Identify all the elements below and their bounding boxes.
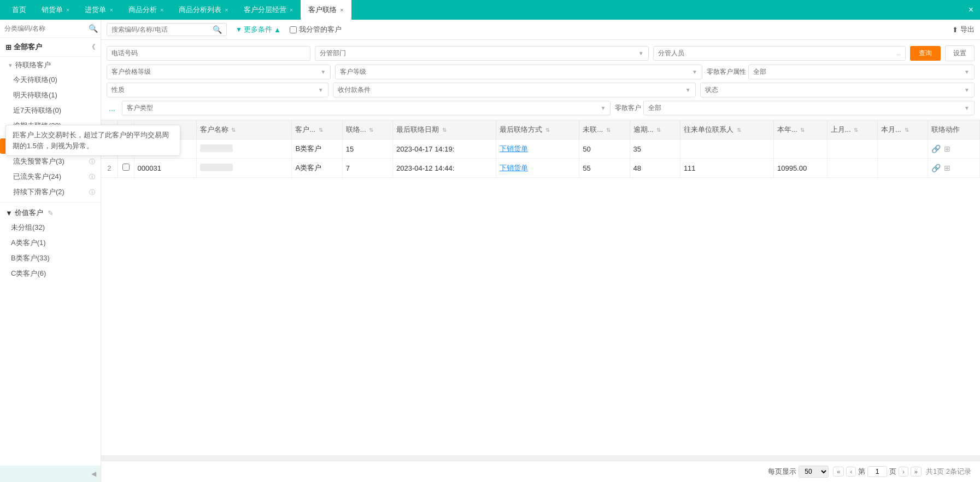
th-contacts-count[interactable]: 联络... ⇅	[342, 120, 392, 140]
sort-grade-icon: ⇅	[319, 127, 323, 133]
phone-field[interactable]: 电话号码	[107, 46, 310, 61]
dept-field[interactable]: 分管部门 ▼	[315, 46, 648, 61]
th-unlinked-days[interactable]: 未联... ⇅	[579, 120, 630, 140]
settings-button[interactable]: 设置	[945, 45, 975, 61]
row1-contact-person	[680, 140, 773, 159]
prev-page-btn[interactable]: ‹	[846, 467, 856, 477]
close-product-analysis-icon[interactable]: ×	[160, 7, 163, 13]
row1-grid-icon[interactable]: ⊞	[944, 144, 950, 153]
close-purchase-order-icon[interactable]: ×	[109, 7, 113, 13]
value-customers-section[interactable]: ▼ 价值客户 ✎	[0, 205, 101, 220]
nav-customer-layered[interactable]: 客户分层经营 ×	[236, 0, 301, 20]
sidebar-item-ungrouped[interactable]: 未分组(32)	[0, 220, 101, 235]
customer-grade-field[interactable]: 客户等级 ▼	[335, 65, 702, 79]
th-last-contact-method[interactable]: 最后联络方式 ⇅	[496, 120, 579, 140]
th-last-month[interactable]: 上月... ⇅	[827, 120, 877, 140]
top-navigation: 首页 销货单 × 进货单 × 商品分析 × 商品分析列表 × 客户分层经营 × …	[0, 0, 980, 20]
category-search-input[interactable]	[4, 25, 86, 32]
retail-customer-field[interactable]: 全部 ▼	[643, 101, 975, 115]
retail-attr-field[interactable]: 全部 ▼	[748, 65, 975, 79]
th-customer-grade[interactable]: 客户... ⇅	[292, 120, 342, 140]
row2-last-method[interactable]: 下销货单	[496, 159, 579, 178]
filter-row-4: ... 客户类型 ▼ 零散客户 全部 ▼	[107, 101, 975, 115]
th-customer-name[interactable]: 客户名称 ⇅	[196, 120, 292, 140]
th-overdue[interactable]: 逾期... ⇅	[630, 120, 680, 140]
pagination-bar: 每页显示 50 20 100 « ‹ 第 页 › » 共1页 2条记录	[101, 461, 980, 482]
sidebar-all-customers-header[interactable]: ⊞ 全部客户 《	[0, 38, 101, 57]
close-customer-layered-icon[interactable]: ×	[290, 7, 293, 13]
th-contact-person[interactable]: 往来单位联系人 ⇅	[680, 120, 773, 140]
payment-dropdown-icon: ▼	[685, 87, 691, 93]
close-customer-contact-icon[interactable]: ×	[340, 7, 343, 13]
sort-lastmonth-icon: ⇅	[854, 127, 858, 133]
payment-field[interactable]: 收付款条件 ▼	[333, 83, 696, 97]
first-page-btn[interactable]: «	[833, 467, 844, 477]
nav-purchase-order[interactable]: 进货单 ×	[77, 0, 120, 20]
row2-checkbox[interactable]	[122, 164, 130, 171]
nav-customer-contact[interactable]: 客户联络 ×	[301, 0, 351, 20]
nav-home[interactable]: 首页	[4, 0, 34, 20]
row2-checkbox-cell[interactable]	[118, 159, 134, 178]
main-search-input[interactable]	[112, 26, 213, 33]
row1-action-icons: 🔗 ⊞	[931, 144, 976, 153]
close-product-analysis-list-icon[interactable]: ×	[225, 7, 228, 13]
my-customer-checkbox[interactable]	[290, 26, 297, 33]
nav-product-analysis-list[interactable]: 商品分析列表 ×	[171, 0, 236, 20]
row1-actions: 🔗 ⊞	[928, 140, 980, 159]
pending-contact-section[interactable]: ▼ 待联络客户	[0, 57, 101, 72]
row1-year-amount	[773, 140, 827, 159]
sidebar-item-churn-warning[interactable]: 流失预警客户(3) ⓘ	[0, 154, 101, 169]
nav-product-analysis[interactable]: 商品分析 ×	[121, 0, 171, 20]
window-close-icon[interactable]: ×	[969, 5, 973, 15]
row1-unlinked: 50	[579, 140, 630, 159]
sidebar-item-a-class[interactable]: A类客户(1)	[0, 235, 101, 251]
row2-index: 2	[101, 159, 118, 178]
sidebar-item-7days-pending[interactable]: 近7天待联络(0)	[0, 103, 101, 118]
repurchase-tooltip: 距客户上次交易时长，超过了此客户的平均交易周期的1.5倍，则视为异常。	[101, 125, 180, 156]
grid-icon: ⊞	[5, 43, 11, 51]
sidebar-item-b-class[interactable]: B类客户(33)	[0, 251, 101, 266]
nav-sales-order[interactable]: 销货单 ×	[34, 0, 77, 20]
export-button[interactable]: ⬆ 导出	[952, 25, 975, 34]
more-conditions-btn[interactable]: ▼ 更多条件 ▲	[231, 23, 285, 36]
my-customer-checkbox-wrap[interactable]: 我分管的客户	[290, 25, 342, 34]
main-search-icon[interactable]: 🔍	[213, 25, 222, 34]
query-button[interactable]: 查询	[910, 46, 941, 61]
row1-overdue: 35	[630, 140, 680, 159]
row2-overdue: 48	[630, 159, 680, 178]
gender-dropdown-icon: ▼	[318, 87, 324, 93]
th-last-contact-date[interactable]: 最后联络日期 ⇅	[393, 120, 496, 140]
collapse-sidebar-icon[interactable]: 《	[89, 43, 95, 52]
sidebar-item-tomorrow-pending[interactable]: 明天待联络(1)	[0, 88, 101, 103]
customer-type-field[interactable]: 客户类型 ▼	[122, 101, 611, 115]
last-page-btn[interactable]: »	[911, 467, 922, 477]
status-field[interactable]: 状态 ▼	[700, 83, 975, 97]
content-area: 🔍 ▼ 更多条件 ▲ 我分管的客户 ⬆ 导出 电话号码	[101, 20, 980, 482]
price-grade-field[interactable]: 客户价格等级 ▼	[107, 65, 331, 79]
row1-last-method[interactable]: 下销货单	[496, 140, 579, 159]
sidebar-collapse-arrows[interactable]: ◀	[91, 470, 96, 478]
filter-row-3: 性质 ▼ 收付款条件 ▼ 状态 ▼	[107, 83, 975, 97]
person-field[interactable]: 分管人员 ...	[653, 46, 906, 61]
horizontal-scrollbar[interactable]	[101, 455, 980, 461]
row1-link-icon[interactable]: 🔗	[931, 144, 941, 153]
close-sales-order-icon[interactable]: ×	[66, 7, 69, 13]
page-total-label: 共1页 2条记录	[926, 467, 971, 477]
th-this-month[interactable]: 本月... ⇅	[878, 120, 928, 140]
value-edit-icon[interactable]: ✎	[48, 209, 54, 217]
row4-more-btn[interactable]: ...	[107, 104, 118, 113]
next-page-btn[interactable]: ›	[899, 467, 908, 477]
sidebar-item-today-pending[interactable]: 今天待联络(0)	[0, 72, 101, 88]
sidebar-item-c-class[interactable]: C类客户(6)	[0, 266, 101, 281]
table-row: 1 000039 B类客户 15 2023-04-17 14:19: 下销货单	[101, 140, 980, 159]
row2-link-icon[interactable]: 🔗	[931, 164, 941, 172]
sidebar-divider-2	[0, 202, 101, 202]
row2-grid-icon[interactable]: ⊞	[944, 164, 950, 172]
per-page-select[interactable]: 50 20 100	[799, 466, 829, 478]
gender-field[interactable]: 性质 ▼	[107, 83, 328, 97]
sidebar-item-churned[interactable]: 已流失客户(24) ⓘ	[0, 169, 101, 184]
category-search-icon[interactable]: 🔍	[89, 24, 98, 33]
sidebar-item-declining[interactable]: 持续下滑客户(2) ⓘ	[0, 184, 101, 200]
page-number-input[interactable]	[867, 466, 887, 477]
th-year-amount[interactable]: 本年... ⇅	[773, 120, 827, 140]
